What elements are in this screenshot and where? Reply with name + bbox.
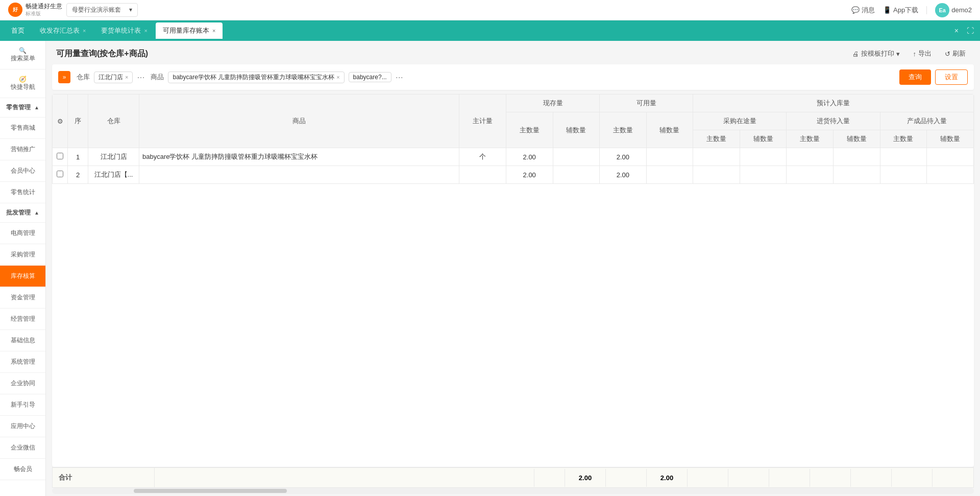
content-area: 可用量查询(按仓库+商品) 🖨 按模板打印 ▾ ↑ 导出 ↺ 刷新 xyxy=(46,41,980,496)
tab-order-stats-label: 要货单统计表 xyxy=(101,26,141,35)
tab-order-stats-close[interactable]: × xyxy=(144,28,147,34)
cell-avail-aux xyxy=(646,148,693,166)
sidebar-member-center-label: 会员中心 xyxy=(11,167,35,174)
sidebar-item-operations[interactable]: 经营管理 xyxy=(0,309,45,330)
product-filter-label: 商品 xyxy=(151,73,164,82)
cell-checkbox[interactable] xyxy=(53,166,68,184)
tab-available-stock-label: 可用量库存账本 xyxy=(163,26,209,35)
top-bar-left: 好 畅捷通好生意 标准版 母婴行业演示账套 ▾ xyxy=(8,3,138,17)
cell-checkbox[interactable] xyxy=(53,148,68,166)
sidebar-retail-mgmt-label: 零售管理 xyxy=(6,103,31,112)
chevron-up-icon-2: ▲ xyxy=(34,210,39,216)
data-table: ⚙ 序 仓库 商品 主计量 现存量 可用量 预计入库量 主数量 辅数量 主数量 … xyxy=(52,94,974,184)
sidebar-quick-nav[interactable]: 🧭 快捷导航 xyxy=(0,69,45,98)
sidebar-system-mgmt-label: 系统管理 xyxy=(11,358,35,365)
sidebar-item-purchase-mgmt[interactable]: 采购管理 xyxy=(0,244,45,266)
warehouse-more-btn[interactable]: ··· xyxy=(137,72,144,83)
cell-stock-main: 2.00 xyxy=(506,148,553,166)
sidebar-item-enterprise-wechat[interactable]: 企业微信 xyxy=(0,437,45,459)
col-product-header: 商品 xyxy=(139,95,459,148)
col-expected-in-header: 预计入库量 xyxy=(693,95,974,112)
total-label: 合计 xyxy=(53,468,155,487)
col-goods-aux-header: 辅数量 xyxy=(834,130,880,148)
sidebar-item-enterprise-collab[interactable]: 企业协同 xyxy=(0,373,45,394)
message-action[interactable]: 💬 消息 xyxy=(851,6,875,15)
setting-button[interactable]: 设置 xyxy=(935,69,968,85)
logo-text-area: 畅捷通好生意 标准版 xyxy=(26,3,62,17)
sidebar-item-retail-mgmt[interactable]: 零售管理 ▲ xyxy=(0,98,45,117)
cell-avail-main: 2.00 xyxy=(600,148,647,166)
refresh-btn[interactable]: ↺ 刷新 xyxy=(941,47,970,60)
cell-purchase-main xyxy=(693,148,740,166)
fullscreen-icon[interactable]: ⛶ xyxy=(965,25,976,37)
compass-icon: 🧭 xyxy=(19,76,27,83)
sidebar: 🔍 搜索菜单 🧭 快捷导航 零售管理 ▲ 零售商城 营销推广 会员中心 零售统计… xyxy=(0,41,46,496)
sidebar-app-center-label: 应用中心 xyxy=(11,422,35,430)
nav-tab-right: × ⛶ xyxy=(952,25,976,37)
sidebar-item-system-mgmt[interactable]: 系统管理 xyxy=(0,351,45,373)
industry-selector[interactable]: 母婴行业演示账套 ▾ xyxy=(66,3,138,17)
sidebar-inventory-label: 库存核算 xyxy=(11,272,35,279)
sidebar-item-ecommerce[interactable]: 电商管理 xyxy=(0,223,45,244)
cell-purchase-aux xyxy=(740,166,787,184)
tab-available-stock[interactable]: 可用量库存账本 × xyxy=(156,22,223,39)
sidebar-search-menu[interactable]: 🔍 搜索菜单 xyxy=(0,41,45,69)
sidebar-item-retail-store[interactable]: 零售商城 xyxy=(0,117,45,139)
total-empty-unit xyxy=(534,469,565,487)
sidebar-item-vip-member[interactable]: 畅会员 xyxy=(0,459,45,480)
warehouse-tag-value: 江北门店 xyxy=(99,73,123,82)
sidebar-item-finance[interactable]: 资金管理 xyxy=(0,287,45,309)
app-download-action[interactable]: 📱 App下载 xyxy=(883,6,918,15)
total-goods-main xyxy=(810,469,851,487)
cell-warehouse: 江北门店 xyxy=(88,148,139,166)
col-settings-header[interactable]: ⚙ xyxy=(53,95,68,148)
tab-receive-send-close[interactable]: × xyxy=(83,28,86,34)
filter-expand-btn[interactable]: » xyxy=(58,71,70,83)
warehouse-tag-close[interactable]: × xyxy=(125,74,128,80)
cell-product xyxy=(139,166,459,184)
product-tag-2[interactable]: babycare?... xyxy=(349,72,391,82)
total-product-aux xyxy=(933,469,973,487)
sidebar-item-basic-info[interactable]: 基础信息 xyxy=(0,330,45,351)
warehouse-tag[interactable]: 江北门店 × xyxy=(94,72,133,83)
logo-text: 畅捷通好生意 xyxy=(26,3,62,10)
close-window-icon[interactable]: × xyxy=(952,25,961,37)
tab-order-stats[interactable]: 要货单统计表 × xyxy=(94,22,154,39)
cell-product: babycare学饮杯 儿童防摔防撞吸管杯重力球吸嘴杯宝宝水杯 xyxy=(139,148,459,166)
query-button[interactable]: 查询 xyxy=(899,69,931,85)
app-download-label: App下载 xyxy=(893,6,918,15)
sidebar-retail-stats-label: 零售统计 xyxy=(11,188,35,196)
scrollbar-thumb[interactable] xyxy=(134,489,287,493)
tab-available-stock-close[interactable]: × xyxy=(212,28,215,34)
product-tag-2-value: babycare?... xyxy=(353,74,387,81)
tab-receive-send[interactable]: 收发存汇总表 × xyxy=(33,22,93,39)
page-actions: 🖨 按模板打印 ▾ ↑ 导出 ↺ 刷新 xyxy=(848,47,970,60)
template-print-btn[interactable]: 🖨 按模板打印 ▾ xyxy=(848,47,904,60)
sidebar-item-retail-stats[interactable]: 零售统计 xyxy=(0,182,45,203)
user-area[interactable]: Ea demo2 xyxy=(935,3,972,17)
product-tag-1-close[interactable]: × xyxy=(336,74,339,80)
export-btn[interactable]: ↑ 导出 xyxy=(909,47,936,60)
product-filter-group: 商品 babycare学饮杯 儿童防摔防撞吸管杯重力球吸嘴杯宝宝水杯 × bab… xyxy=(151,72,403,83)
col-avail-aux-header: 辅数量 xyxy=(646,112,693,148)
total-purchase-aux xyxy=(769,469,810,487)
product-more-btn[interactable]: ··· xyxy=(396,72,403,83)
sidebar-item-new-guide[interactable]: 新手引导 xyxy=(0,394,45,416)
sidebar-item-marketing[interactable]: 营销推广 xyxy=(0,139,45,160)
cell-warehouse: 江北门店【... xyxy=(88,166,139,184)
search-icon: 🔍 xyxy=(19,47,27,54)
sidebar-item-wholesale-mgmt[interactable]: 批发管理 ▲ xyxy=(0,203,45,223)
tab-home[interactable]: 首页 xyxy=(4,22,32,39)
cell-goods-aux xyxy=(834,148,880,166)
sidebar-item-inventory[interactable]: 库存核算 xyxy=(0,266,45,287)
total-product-main xyxy=(892,469,933,487)
scrollbar-area xyxy=(52,488,974,494)
sidebar-marketing-label: 营销推广 xyxy=(11,146,35,153)
sidebar-item-member-center[interactable]: 会员中心 xyxy=(0,160,45,182)
product-tag-1[interactable]: babycare学饮杯 儿童防摔防撞吸管杯重力球吸嘴杯宝宝水杯 × xyxy=(168,72,344,83)
table-wrapper: ⚙ 序 仓库 商品 主计量 现存量 可用量 预计入库量 主数量 辅数量 主数量 … xyxy=(52,94,974,467)
sidebar-item-app-center[interactable]: 应用中心 xyxy=(0,416,45,437)
sidebar-finance-label: 资金管理 xyxy=(11,294,35,301)
page-title: 可用量查询(按仓库+商品) xyxy=(56,49,148,59)
sidebar-purchase-mgmt-label: 采购管理 xyxy=(11,251,35,258)
